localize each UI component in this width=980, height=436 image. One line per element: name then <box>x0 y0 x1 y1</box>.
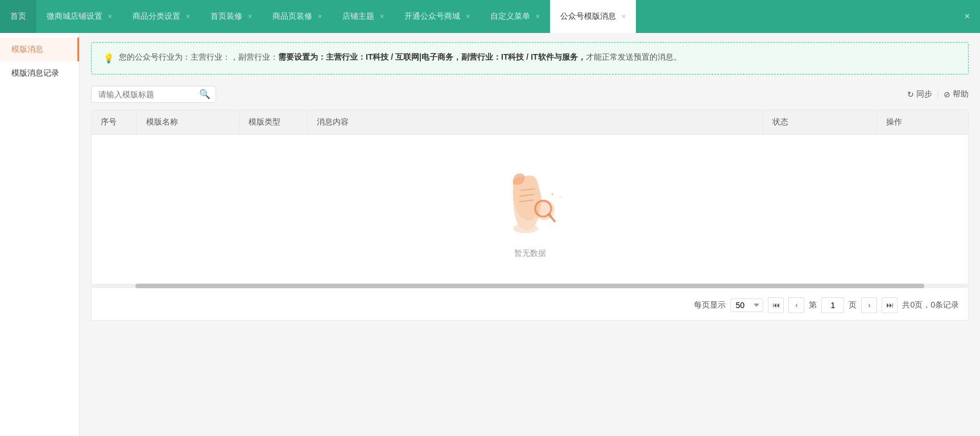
sidebar-item-template-msg-label: 模版消息 <box>11 44 43 53</box>
main-layout: 模版消息 模版消息记录 💡 您的公众号行业为：主营行业：，副营行业：需要设置为：… <box>0 33 980 436</box>
scrollbar-thumb[interactable] <box>135 284 924 288</box>
th-content: 消息内容 <box>308 110 763 134</box>
nav-tab-template-msg-label: 公众号模版消息 <box>560 11 616 22</box>
toolbar-divider: | <box>937 90 939 99</box>
th-action: 操作 <box>877 110 968 134</box>
svg-text:·: · <box>556 199 557 204</box>
help-button[interactable]: ⊘ 帮助 <box>944 89 969 99</box>
page-input[interactable] <box>821 297 844 313</box>
search-bar: 🔍 ↻ 同步 | ⊘ 帮助 <box>91 86 969 103</box>
sync-icon: ↻ <box>907 90 914 99</box>
help-icon: ⊘ <box>944 90 950 99</box>
sync-button[interactable]: ↻ 同步 <box>907 89 932 99</box>
nav-tab-product-category-label: 商品分类设置 <box>133 11 180 22</box>
notice-highlight: 需要设置为：主营行业：IT科技 / 互联网|电子商务，副营行业：IT科技 / I… <box>278 52 586 61</box>
close-icon[interactable]: × <box>248 13 252 20</box>
content-area: 💡 您的公众号行业为：主营行业：，副营行业：需要设置为：主营行业：IT科技 / … <box>80 33 980 436</box>
notice-suffix: 才能正常发送预置的消息。 <box>586 52 681 61</box>
search-input[interactable] <box>91 86 216 103</box>
nav-close-all-button[interactable]: × <box>954 11 980 22</box>
page-label: 第 <box>809 300 817 310</box>
horizontal-scrollbar[interactable] <box>92 284 968 288</box>
nav-tab-store-theme-label: 店铺主题 <box>342 11 374 22</box>
nav-tab-product-decor-label: 商品页装修 <box>272 11 312 22</box>
prev-page-button[interactable]: ‹ <box>788 297 804 313</box>
svg-text:✦: ✦ <box>550 191 555 197</box>
empty-text: 暂无数据 <box>514 248 546 259</box>
nav-tab-product-category[interactable]: 商品分类设置 × <box>122 0 200 33</box>
sidebar: 模版消息 模版消息记录 <box>0 33 80 436</box>
nav-tab-template-msg[interactable]: 公众号模版消息 × <box>550 0 636 33</box>
table-header: 序号 模版名称 模版类型 消息内容 状态 操作 <box>92 110 968 135</box>
close-icon[interactable]: × <box>318 13 322 20</box>
close-icon[interactable]: × <box>186 13 190 20</box>
close-icon[interactable]: × <box>380 13 384 20</box>
search-input-wrap: 🔍 <box>91 86 216 103</box>
notice-icon: 💡 <box>103 51 114 66</box>
pagination: 每页显示 50 10 20 100 ⏮ ‹ 第 页 › <box>92 290 968 320</box>
first-page-icon: ⏮ <box>772 301 780 309</box>
th-type: 模版类型 <box>239 110 308 134</box>
empty-illustration: ✦ · ✦ <box>496 169 564 237</box>
empty-state: ✦ · ✦ 暂无数据 <box>92 135 968 281</box>
next-page-icon: › <box>868 301 870 309</box>
close-icon[interactable]: × <box>622 13 626 20</box>
nav-tab-custom-menu[interactable]: 自定义菜单 × <box>480 0 550 33</box>
sidebar-item-template-msg-log[interactable]: 模版消息记录 <box>0 61 79 85</box>
first-page-button[interactable]: ⏮ <box>768 297 784 313</box>
notice-text: 您的公众号行业为：主营行业：，副营行业：需要设置为：主营行业：IT科技 / 互联… <box>119 51 957 63</box>
help-label: 帮助 <box>953 89 969 99</box>
last-page-button[interactable]: ⏭ <box>882 297 898 313</box>
page-size-select[interactable]: 50 10 20 100 <box>730 298 763 312</box>
notice-prefix: 您的公众号行业为：主营行业：，副营行业： <box>119 52 278 61</box>
th-name: 模版名称 <box>137 110 239 134</box>
nav-tab-home-label: 首页 <box>10 11 26 22</box>
next-page-button[interactable]: › <box>861 297 877 313</box>
nav-tab-store-theme[interactable]: 店铺主题 × <box>332 0 394 33</box>
nav-tab-open-mall[interactable]: 开通公众号商城 × <box>394 0 480 33</box>
close-icon[interactable]: × <box>466 13 470 20</box>
total-info: 共0页，0条记录 <box>902 300 959 310</box>
nav-tab-custom-menu-label: 自定义菜单 <box>490 11 530 22</box>
nav-tab-micro-store[interactable]: 微商城店铺设置 × <box>36 0 122 33</box>
nav-tab-home-decor-label: 首页装修 <box>210 11 242 22</box>
toolbar-right: ↻ 同步 | ⊘ 帮助 <box>907 89 969 99</box>
nav-tab-product-decor[interactable]: 商品页装修 × <box>262 0 332 33</box>
th-seq: 序号 <box>92 110 137 134</box>
page-suffix: 页 <box>849 300 857 310</box>
th-status: 状态 <box>763 110 877 134</box>
page-size-label: 每页显示 <box>694 300 726 310</box>
prev-page-icon: ‹ <box>795 301 797 309</box>
top-nav: 首页 微商城店铺设置 × 商品分类设置 × 首页装修 × 商品页装修 × 店铺主… <box>0 0 980 33</box>
sync-label: 同步 <box>916 89 932 99</box>
svg-text:✦: ✦ <box>559 195 562 199</box>
search-icon[interactable]: 🔍 <box>199 89 210 99</box>
sidebar-item-template-msg[interactable]: 模版消息 <box>0 38 79 61</box>
nav-tab-home-decor[interactable]: 首页装修 × <box>200 0 262 33</box>
sidebar-item-template-msg-log-label: 模版消息记录 <box>11 68 59 77</box>
last-page-icon: ⏭ <box>886 301 894 309</box>
nav-tab-home[interactable]: 首页 <box>0 0 36 33</box>
close-icon[interactable]: × <box>108 13 112 20</box>
close-icon[interactable]: × <box>536 13 540 20</box>
nav-tab-micro-store-label: 微商城店铺设置 <box>47 11 102 22</box>
nav-tab-open-mall-label: 开通公众号商城 <box>404 11 460 22</box>
notice-box: 💡 您的公众号行业为：主营行业：，副营行业：需要设置为：主营行业：IT科技 / … <box>91 42 969 74</box>
data-table: 序号 模版名称 模版类型 消息内容 状态 操作 <box>91 110 969 321</box>
